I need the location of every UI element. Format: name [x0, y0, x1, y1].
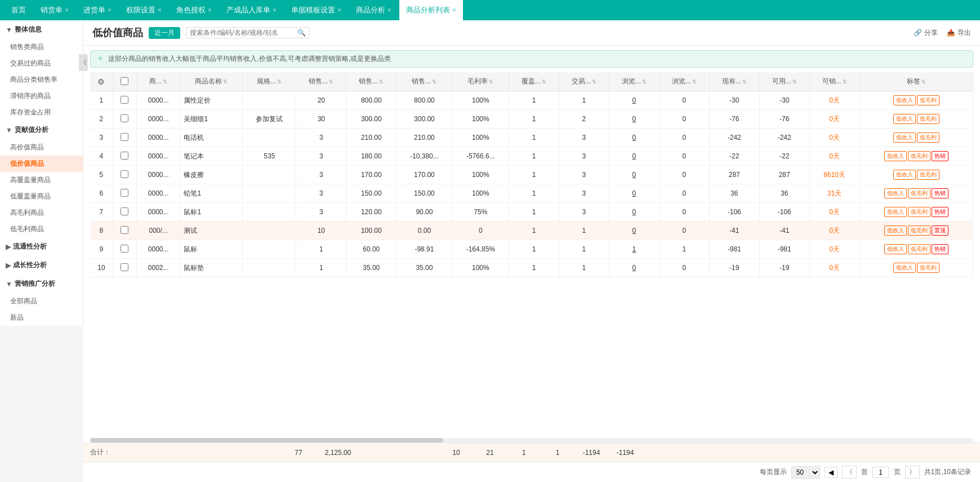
sort-icon[interactable]: ⇅: [277, 79, 282, 85]
col-header-coverage[interactable]: 覆盖...⇅: [509, 72, 559, 91]
per-page-select[interactable]: 5020100: [791, 466, 820, 479]
sidebar-item-库存资金占用[interactable]: 库存资金占用: [0, 104, 83, 121]
col-header-browse1[interactable]: 浏览...⇅: [609, 72, 659, 91]
sidebar-item-低毛利商品[interactable]: 低毛利商品: [0, 221, 83, 237]
col-header-tags[interactable]: 标签⇅: [859, 72, 973, 91]
row-checkbox[interactable]: [121, 263, 128, 271]
nav-item-单据模板设置[interactable]: 单据模板设置×: [284, 0, 348, 20]
sidebar-item-全部商品[interactable]: 全部商品: [0, 293, 83, 309]
col-header-sellable[interactable]: 可销...⇅: [809, 72, 859, 91]
sort-icon[interactable]: ⇅: [489, 79, 493, 85]
row-checkbox[interactable]: [121, 96, 128, 104]
close-tab-icon[interactable]: ×: [452, 6, 456, 14]
page-input[interactable]: [872, 467, 889, 478]
browse1-link[interactable]: 0: [632, 208, 636, 216]
sort-icon[interactable]: ⇅: [163, 79, 167, 85]
col-header-name[interactable]: 商品名称⇅: [180, 72, 243, 91]
nav-item-销货单[interactable]: 销货单×: [34, 0, 75, 20]
browse1-link[interactable]: 0: [632, 152, 636, 160]
col-header-code[interactable]: 商...⇅: [136, 72, 180, 91]
row-checkbox[interactable]: [121, 133, 128, 141]
sidebar-item-销售类商品[interactable]: 销售类商品: [0, 39, 83, 55]
sort-icon[interactable]: ⇅: [223, 79, 228, 85]
sidebar-item-低覆盖量商品[interactable]: 低覆盖量商品: [0, 188, 83, 205]
nav-item-首页[interactable]: 首页: [5, 0, 33, 20]
sort-icon[interactable]: ⇅: [542, 79, 546, 85]
browse1-link[interactable]: 0: [632, 134, 636, 141]
col-header-sales_qty[interactable]: 销售...⇅: [296, 72, 346, 91]
col-header-available[interactable]: 可用...⇅: [759, 72, 809, 91]
col-header-gross_rate[interactable]: 毛利率⇅: [452, 72, 509, 91]
close-tab-icon[interactable]: ×: [108, 6, 112, 14]
nav-item-产成品入库单[interactable]: 产成品入库单×: [220, 0, 283, 20]
row-browse1[interactable]: 0: [609, 166, 659, 184]
sort-icon[interactable]: ⇅: [592, 79, 596, 85]
close-tab-icon[interactable]: ×: [208, 6, 212, 14]
row-checkbox[interactable]: [121, 114, 128, 122]
select-all-checkbox[interactable]: [121, 77, 128, 85]
sort-icon[interactable]: ⇅: [792, 79, 797, 85]
export-button[interactable]: 📤 导出: [947, 28, 971, 38]
search-icon[interactable]: 🔍: [297, 29, 306, 37]
prev-page-btn[interactable]: 〈: [842, 466, 857, 479]
close-tab-icon[interactable]: ×: [65, 6, 69, 14]
sort-icon[interactable]: ⇅: [692, 79, 697, 85]
row-browse1[interactable]: 1: [609, 240, 659, 259]
nav-item-角色授权[interactable]: 角色授权×: [170, 0, 219, 20]
sort-icon[interactable]: ⇅: [921, 79, 926, 85]
sidebar-item-高价值商品[interactable]: 高价值商品: [0, 139, 83, 156]
nav-item-权限设置[interactable]: 权限设置×: [119, 0, 168, 20]
sidebar-section-成长性分析[interactable]: ▶成长性分析: [0, 256, 83, 275]
row-checkbox[interactable]: [121, 207, 128, 215]
row-browse1[interactable]: 0: [609, 203, 659, 222]
settings-icon[interactable]: ⚙: [97, 77, 105, 86]
row-checkbox[interactable]: [121, 152, 128, 160]
row-checkbox[interactable]: [121, 170, 128, 178]
col-header-spec[interactable]: 规格...⇅: [243, 72, 296, 91]
row-checkbox[interactable]: [121, 189, 128, 197]
sidebar-item-高毛利商品[interactable]: 高毛利商品: [0, 205, 83, 221]
row-browse1[interactable]: 0: [609, 110, 659, 129]
sidebar-item-滞销序的商品[interactable]: 滞销序的商品: [0, 88, 83, 104]
col-header-sales_price[interactable]: 销售...⇅: [397, 72, 452, 91]
sidebar-item-低价值商品[interactable]: 低价值商品: [0, 156, 83, 172]
sort-icon[interactable]: ⇅: [329, 79, 333, 85]
browse1-link[interactable]: 0: [632, 115, 636, 123]
sort-icon[interactable]: ⇅: [843, 79, 847, 85]
horizontal-scrollbar[interactable]: [90, 438, 973, 443]
sidebar-item-新品[interactable]: 新品: [0, 309, 83, 326]
sort-icon[interactable]: ⇅: [642, 79, 647, 85]
sidebar-section-贡献值分析[interactable]: ▼贡献值分析: [0, 121, 83, 139]
col-header-sales_amount[interactable]: 销售...⇅: [346, 72, 397, 91]
browse1-link[interactable]: 0: [632, 189, 636, 197]
nav-item-进货单[interactable]: 进货单×: [77, 0, 118, 20]
browse1-link[interactable]: 1: [632, 245, 636, 253]
browse1-link[interactable]: 0: [632, 227, 636, 235]
row-browse1[interactable]: 0: [609, 259, 659, 277]
next-page-btn[interactable]: 〉: [905, 466, 920, 479]
col-header-browse2[interactable]: 浏览...⇅: [659, 72, 709, 91]
close-tab-icon[interactable]: ×: [337, 6, 341, 14]
browse1-link[interactable]: 0: [632, 96, 636, 104]
sidebar-collapse-btn[interactable]: 《: [79, 54, 88, 71]
period-button[interactable]: 近一月: [149, 27, 180, 39]
browse1-link[interactable]: 0: [632, 264, 636, 272]
search-input[interactable]: [190, 29, 297, 37]
close-tab-icon[interactable]: ×: [387, 6, 391, 14]
nav-item-商品分析列表[interactable]: 商品分析列表×: [399, 0, 463, 20]
share-button[interactable]: 🔗 分享: [914, 28, 938, 38]
sort-icon[interactable]: ⇅: [432, 79, 436, 85]
close-tab-icon[interactable]: ×: [158, 6, 162, 14]
nav-item-商品分析[interactable]: 商品分析×: [349, 0, 398, 20]
sidebar-section-整体信息[interactable]: ▼整体信息: [0, 20, 83, 39]
sidebar-section-营销推广分析[interactable]: ▼营销推广分析: [0, 275, 83, 293]
sidebar-item-高覆盖量商品[interactable]: 高覆盖量商品: [0, 172, 83, 188]
first-page-btn[interactable]: ◀: [825, 467, 838, 478]
sidebar-item-交易过的商品[interactable]: 交易过的商品: [0, 55, 83, 72]
row-checkbox[interactable]: [121, 245, 128, 253]
col-header-current_stock[interactable]: 现有...⇅: [709, 72, 759, 91]
row-browse1[interactable]: 0: [609, 147, 659, 166]
row-browse1[interactable]: 0: [609, 91, 659, 110]
close-tab-icon[interactable]: ×: [273, 6, 277, 14]
browse1-link[interactable]: 0: [632, 171, 636, 179]
